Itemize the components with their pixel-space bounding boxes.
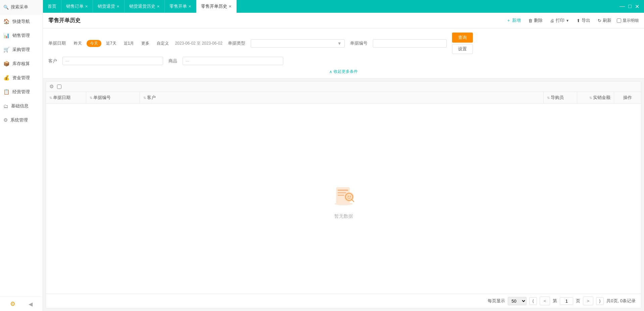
goods-select[interactable]: ···: [183, 57, 283, 65]
query-button[interactable]: 查询: [452, 33, 473, 43]
home-icon: 🏠: [3, 18, 10, 24]
first-page-button[interactable]: ⟨: [529, 297, 537, 305]
gear-icon: ⚙: [3, 117, 8, 123]
tab-retail-open[interactable]: 零售开单 ✕: [165, 0, 196, 13]
close-icon[interactable]: ✕: [188, 4, 191, 9]
add-button[interactable]: ＋ 新增: [504, 16, 523, 25]
date-btn-today[interactable]: 今天: [87, 40, 101, 47]
tab-home[interactable]: 首页: [43, 0, 61, 13]
toolbar: ＋ 新增 🗑 删除 🖨 打印 ▼ ⬆ 导出 ↻ 刷新: [504, 16, 639, 25]
tab-sales-return[interactable]: 销货退货 ✕: [93, 0, 125, 13]
chart-icon: 📊: [3, 33, 10, 39]
th-date-label: 单据日期: [53, 95, 70, 101]
close-icon[interactable]: ✕: [157, 4, 160, 9]
sidebar-item-ops-mgmt[interactable]: 📋 经营管理: [0, 85, 43, 99]
tab-sales-return-history[interactable]: 销货退货历史 ✕: [125, 0, 165, 13]
date-btn-last1m[interactable]: 近1月: [121, 40, 137, 47]
th-customer[interactable]: ⇅ 客户: [140, 92, 544, 103]
sidebar-item-sys-mgmt[interactable]: ⚙ 系统管理: [0, 113, 43, 127]
tab-label: 销货退货: [98, 3, 115, 9]
th-action: 操作: [614, 92, 641, 103]
settings-bottom-icon[interactable]: ⚙: [10, 300, 15, 308]
display-detail-input[interactable]: [617, 18, 621, 23]
maximize-button[interactable]: □: [628, 3, 632, 9]
box-icon: 📦: [3, 61, 10, 67]
date-btn-custom[interactable]: 自定义: [154, 40, 171, 47]
sidebar-search-label: 搜索采单: [11, 4, 28, 10]
date-btn-more[interactable]: 更多: [139, 40, 152, 47]
close-icon[interactable]: ✕: [85, 4, 88, 9]
next-page-button[interactable]: ＞: [583, 297, 593, 305]
close-icon[interactable]: ✕: [116, 4, 119, 9]
sidebar-item-label: 销售管理: [12, 33, 30, 39]
select-all-checkbox[interactable]: [57, 85, 61, 89]
sidebar-item-inventory[interactable]: 📦 库存核算: [0, 57, 43, 71]
sidebar-item-finance[interactable]: 💰 资金管理: [0, 71, 43, 85]
sort-icon: ⇅: [90, 96, 92, 100]
money-icon: 💰: [3, 75, 10, 81]
th-amount[interactable]: ⇅ 实销金额: [577, 92, 614, 103]
page-number-input[interactable]: 1: [560, 297, 573, 305]
sidebar-item-purchase-mgmt[interactable]: 🛒 采购管理: [0, 43, 43, 57]
delete-icon: 🗑: [528, 18, 533, 23]
refresh-button[interactable]: ↻ 刷新: [596, 16, 613, 25]
sidebar-item-label: 基础信息: [11, 103, 29, 109]
folder-icon: 🗂: [3, 103, 8, 109]
date-btn-yesterday[interactable]: 昨天: [71, 40, 85, 47]
doc-type-select[interactable]: ▼: [251, 39, 345, 48]
search-icon: 🔍: [3, 5, 9, 10]
per-page-label: 每页显示: [488, 298, 505, 304]
sidebar: 🔍 搜索采单 🏠 快捷导航 📊 销售管理 🛒 采购管理 📦 库存核算 💰 资金管…: [0, 0, 43, 311]
sidebar-search-button[interactable]: 🔍 搜索采单: [0, 0, 43, 14]
th-num-label: 单据编号: [93, 95, 111, 101]
display-detail-checkbox[interactable]: 显示明细: [617, 18, 639, 23]
close-icon[interactable]: ✕: [229, 4, 232, 9]
sidebar-item-sales-mgmt[interactable]: 📊 销售管理: [0, 29, 43, 43]
window-controls: — □ ✕: [620, 3, 644, 10]
close-window-button[interactable]: ✕: [635, 3, 639, 10]
customer-select[interactable]: ···: [62, 57, 163, 65]
collapse-sidebar-icon[interactable]: ◀: [29, 301, 33, 307]
prev-page-button[interactable]: ＜: [540, 297, 550, 305]
clipboard-icon: 📋: [3, 89, 10, 95]
sidebar-item-label: 快捷导航: [12, 18, 30, 24]
export-label: 导出: [582, 17, 590, 23]
cart-icon: 🛒: [3, 47, 10, 53]
delete-label: 删除: [534, 17, 543, 23]
table-settings-icon[interactable]: ⚙: [49, 84, 54, 90]
tab-bar: 首页 销售订单 ✕ 销货退货 ✕ 销货退货历史 ✕ 零售开单 ✕ 零售开单历史 …: [43, 0, 644, 13]
page-title: 零售开单历史: [48, 17, 81, 24]
date-range-display: 2023-06-02 至 2023-06-02: [175, 41, 222, 46]
sidebar-item-label: 库存核算: [12, 61, 30, 67]
action-buttons: 查询 设置: [452, 33, 473, 54]
settings-button[interactable]: 设置: [452, 44, 473, 54]
content-area: 零售开单历史 ＋ 新增 🗑 删除 🖨 打印 ▼ ⬆ 导出: [43, 13, 644, 311]
sidebar-item-label: 系统管理: [10, 117, 28, 123]
tab-label: 零售开单: [169, 3, 187, 9]
minimize-button[interactable]: —: [620, 3, 625, 9]
print-button[interactable]: 🖨 打印 ▼: [548, 16, 571, 25]
tab-label: 销售订单: [66, 3, 84, 9]
per-page-select[interactable]: 50 10 20 100: [508, 297, 527, 305]
tab-retail-open-history[interactable]: 零售开单历史 ✕: [196, 0, 237, 13]
sidebar-bottom: ⚙ ◀: [0, 297, 43, 311]
page-header: 零售开单历史 ＋ 新增 🗑 删除 🖨 打印 ▼ ⬆ 导出: [43, 13, 644, 29]
delete-button[interactable]: 🗑 删除: [526, 16, 545, 25]
th-salesperson[interactable]: ⇅ 导购员: [544, 92, 577, 103]
refresh-label: 刷新: [603, 17, 611, 23]
date-btn-last7[interactable]: 近7天: [103, 40, 119, 47]
th-num[interactable]: ⇅ 单据编号: [86, 92, 140, 103]
th-date[interactable]: ⇅ 单据日期: [46, 92, 86, 103]
svg-line-7: [352, 199, 354, 201]
th-salesperson-label: 导购员: [551, 95, 564, 101]
last-page-button[interactable]: ⟩: [596, 297, 604, 305]
empty-text: 暂无数据: [334, 213, 353, 219]
doc-num-input[interactable]: [373, 39, 447, 48]
export-button[interactable]: ⬆ 导出: [575, 16, 592, 25]
tab-label: 零售开单历史: [201, 3, 227, 9]
tab-sales-order[interactable]: 销售订单 ✕: [61, 0, 93, 13]
collapse-button[interactable]: ∧ 收起更多条件: [325, 68, 362, 75]
sidebar-item-base-info[interactable]: 🗂 基础信息: [0, 99, 43, 113]
export-icon: ⬆: [577, 18, 580, 23]
sidebar-item-quick-nav[interactable]: 🏠 快捷导航: [0, 14, 43, 29]
